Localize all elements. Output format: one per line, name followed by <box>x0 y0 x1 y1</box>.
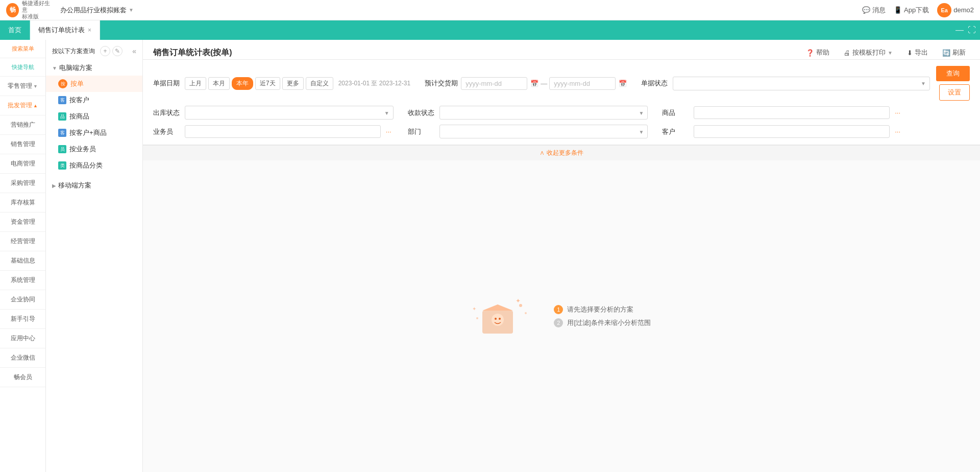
main-layout: 搜索菜单 快捷导航 零售管理 ▼ 批发管理 ▲ 营销推广 销售管理 电商管理 采… <box>0 40 980 472</box>
scheme-icon-customer: 客 <box>58 96 66 104</box>
calendar-start-icon[interactable]: 📅 <box>530 80 538 87</box>
sidebar-item-system[interactable]: 系统管理 <box>0 271 45 290</box>
sidebar-item-app-center[interactable]: 应用中心 <box>0 329 45 348</box>
outbound-filter: 出库状态 未出库 部分出库 全部出库 ▼ <box>153 106 394 120</box>
sidebar-item-new-guide[interactable]: 新手引导 <box>0 310 45 329</box>
tab-minimize-button[interactable]: — <box>955 26 964 35</box>
scheme-group-mobile-title[interactable]: ▶ 移动端方案 <box>46 178 142 193</box>
date-options: 上月 本月 本年 近7天 更多 自定义 <box>185 77 333 90</box>
scheme-item-by-salesman[interactable]: 员 按业务员 <box>46 141 142 157</box>
calendar-end-icon[interactable]: 📅 <box>619 80 627 87</box>
user-profile[interactable]: Ea demo2 <box>937 3 974 17</box>
svg-text:✦: ✦ <box>472 306 476 312</box>
sidebar-item-inventory[interactable]: 库存核算 <box>0 193 45 213</box>
date-btn-last-month[interactable]: 上月 <box>185 77 206 90</box>
date-btn-7days[interactable]: 近7天 <box>255 77 280 90</box>
scheme-panel-header: 按以下方案查询 + ✎ « <box>46 44 142 58</box>
logo-icon: 畅 <box>6 3 19 17</box>
customer-more-button[interactable]: ··· <box>893 126 902 137</box>
sidebar-item-marketing[interactable]: 营销推广 <box>0 115 45 135</box>
sidebar-item-retail[interactable]: 零售管理 ▼ <box>0 77 45 96</box>
scheme-icon-salesman: 员 <box>58 145 66 153</box>
panel-action-icons: + ✎ <box>100 46 122 56</box>
sidebar-search[interactable]: 搜索菜单 <box>0 40 45 58</box>
salesman-more-button[interactable]: ··· <box>384 126 394 137</box>
product-filter: 商品 ··· <box>662 106 902 119</box>
date-start-input[interactable] <box>461 77 527 90</box>
sidebar-item-sales[interactable]: 销售管理 <box>0 135 45 154</box>
payment-select[interactable]: 未收款 部分收款 全部收款 <box>439 106 648 120</box>
page-header: 销售订单统计表(按单) ❓ 帮助 🖨 按模板打印 ▼ ⬇ 导出 <box>143 40 980 60</box>
help-button[interactable]: ❓ 帮助 <box>802 46 834 59</box>
filter-row-2: 出库状态 未出库 部分出库 全部出库 ▼ 收款状态 <box>153 106 970 120</box>
salesman-filter: 业务员 ··· <box>153 125 394 138</box>
customer-input[interactable] <box>694 125 890 138</box>
scheme-icon-product: 品 <box>58 112 66 121</box>
sidebar-item-purchase[interactable]: 采购管理 <box>0 174 45 193</box>
sidebar-item-ecommerce[interactable]: 电商管理 <box>0 154 45 174</box>
collapse-icon: ∧ <box>540 149 546 156</box>
print-icon: 🖨 <box>844 49 850 57</box>
chevron-down-icon: ▼ <box>52 65 57 71</box>
edit-scheme-button[interactable]: ✎ <box>112 46 122 56</box>
sidebar-item-wechat[interactable]: 企业微信 <box>0 348 45 368</box>
tab-maximize-button[interactable]: ⛶ <box>968 26 976 35</box>
scheme-item-by-category[interactable]: 类 按商品分类 <box>46 157 142 174</box>
outbound-select[interactable]: 未出库 部分出库 全部出库 <box>185 106 394 120</box>
svg-point-3 <box>499 318 501 320</box>
empty-illustration: ✦ ✦ <box>472 290 533 343</box>
date-btn-this-month[interactable]: 本月 <box>208 77 230 90</box>
scheme-item-by-order[interactable]: 按 按单 <box>46 76 142 92</box>
date-btn-more[interactable]: 更多 <box>282 77 304 90</box>
svg-point-5 <box>525 312 527 314</box>
query-button[interactable]: 查询 <box>936 66 970 81</box>
settings-button[interactable]: 设置 <box>939 84 970 101</box>
workspace-selector[interactable]: 办公用品行业模拟账套 ▼ <box>56 4 138 17</box>
panel-collapse-button[interactable]: « <box>132 47 136 55</box>
scheme-icon-category: 类 <box>58 161 66 170</box>
avatar: Ea <box>937 3 951 17</box>
scheme-group-mobile: ▶ 移动端方案 <box>46 176 142 195</box>
sidebar-item-basic-info[interactable]: 基础信息 <box>0 251 45 271</box>
payment-filter: 收款状态 未收款 部分收款 全部收款 ▼ <box>408 106 648 120</box>
message-button[interactable]: 💬 消息 <box>862 6 886 15</box>
sidebar-item-member[interactable]: 畅会员 <box>0 368 45 387</box>
sidebar-item-enterprise-collab[interactable]: 企业协同 <box>0 290 45 310</box>
scheme-group-pc-title[interactable]: ▼ 电脑端方案 <box>46 60 142 76</box>
chevron-right-icon: ▶ <box>52 183 56 188</box>
date-range-input: 📅 — 📅 <box>461 77 627 90</box>
collapse-bar[interactable]: ∧ 收起更多条件 <box>143 145 980 160</box>
print-button[interactable]: 🖨 按模板打印 ▼ <box>840 46 897 59</box>
help-icon: ❓ <box>806 49 814 57</box>
scheme-item-by-customer-product[interactable]: 客 按客户+商品 <box>46 125 142 141</box>
date-btn-this-year[interactable]: 本年 <box>232 77 253 90</box>
export-button[interactable]: ⬇ 导出 <box>903 46 932 59</box>
dept-select[interactable] <box>439 125 648 138</box>
sidebar-quick-nav[interactable]: 快捷导航 <box>0 58 45 77</box>
empty-tips: 1 请先选择要分析的方案 2 用[过滤]条件来缩小分析范围 <box>554 305 650 327</box>
right-panel: 销售订单统计表(按单) ❓ 帮助 🖨 按模板打印 ▼ ⬇ 导出 <box>143 40 980 472</box>
tab-sales-statistics[interactable]: 销售订单统计表 × <box>30 20 100 40</box>
logo-text: 畅捷通好生意 标准版 <box>22 0 52 20</box>
product-more-button[interactable]: ··· <box>893 107 902 119</box>
logo-area: 畅 畅捷通好生意 标准版 <box>6 0 52 20</box>
date-end-input[interactable] <box>549 77 616 90</box>
product-input[interactable] <box>694 106 890 119</box>
action-buttons: 查询 设置 <box>936 66 970 101</box>
sidebar-item-finance[interactable]: 资金管理 <box>0 213 45 232</box>
date-btn-custom[interactable]: 自定义 <box>306 77 333 90</box>
tab-close-button[interactable]: × <box>88 27 91 34</box>
scheme-item-by-customer[interactable]: 客 按客户 <box>46 92 142 108</box>
sidebar-item-operation[interactable]: 经营管理 <box>0 232 45 251</box>
app-download-button[interactable]: 📱 App下载 <box>894 6 929 15</box>
scheme-item-by-product[interactable]: 品 按商品 <box>46 108 142 125</box>
sidebar-item-wholesale[interactable]: 批发管理 ▲ <box>0 96 45 115</box>
tab-home[interactable]: 首页 <box>0 20 30 40</box>
refresh-button[interactable]: 🔄 刷新 <box>938 46 970 59</box>
status-select[interactable]: 待审核 已审核 已关闭 <box>673 77 930 90</box>
page-actions: ❓ 帮助 🖨 按模板打印 ▼ ⬇ 导出 🔄 刷新 <box>802 46 970 59</box>
add-scheme-button[interactable]: + <box>100 46 110 56</box>
page-title: 销售订单统计表(按单) <box>153 48 802 58</box>
message-icon: 💬 <box>862 6 870 14</box>
salesman-input[interactable] <box>185 125 381 138</box>
